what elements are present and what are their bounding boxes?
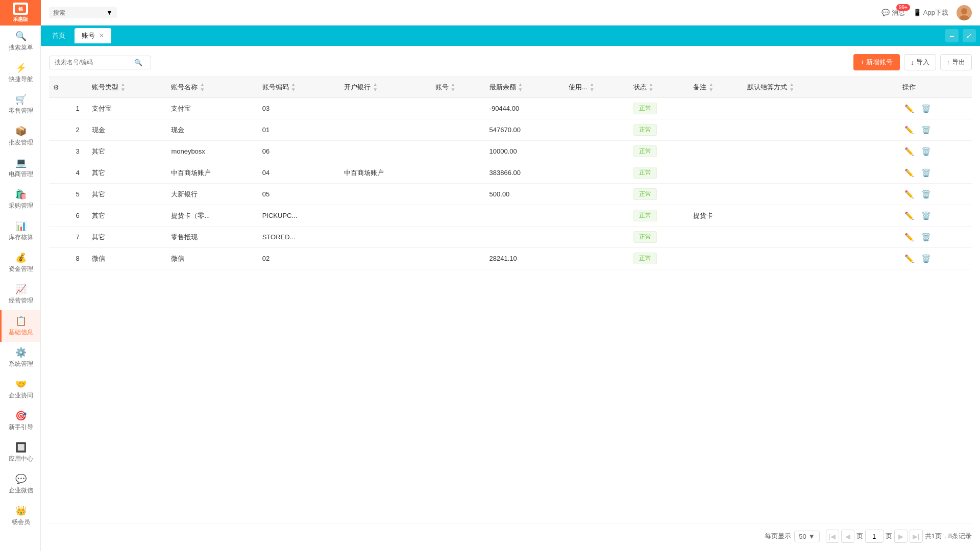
sidebar-item-wholesale[interactable]: 📦 批发管理 — [0, 120, 40, 152]
row-remark — [689, 119, 743, 141]
logo-icon: 畅 — [13, 3, 28, 15]
sidebar-item-search[interactable]: 🔍 搜索菜单 — [0, 26, 40, 57]
retail-icon: 🛒 — [15, 94, 27, 105]
sidebar-item-purchase[interactable]: 🛍️ 采购管理 — [0, 184, 40, 215]
page-number-input[interactable] — [865, 530, 884, 543]
tab-home[interactable]: 首页 — [45, 28, 72, 43]
col-balance[interactable]: 最新余额 ▲▼ — [485, 77, 565, 98]
row-remark: 提货卡 — [689, 205, 743, 227]
status-badge: 正常 — [633, 145, 657, 157]
col-status-label: 状态 — [633, 83, 647, 92]
delete-button[interactable]: 🗑️ — [919, 253, 933, 264]
delete-button[interactable]: 🗑️ — [919, 124, 933, 136]
edit-button[interactable]: ✏️ — [902, 189, 916, 200]
page-size-select-box[interactable]: 50 ▼ — [794, 531, 819, 542]
row-bank — [340, 227, 431, 248]
col-settings[interactable]: ⚙ — [49, 77, 67, 98]
delete-button[interactable]: 🗑️ — [919, 103, 933, 114]
table-search-input[interactable] — [55, 59, 131, 66]
download-button[interactable]: 📱 App下载 — [913, 8, 948, 17]
col-bank[interactable]: 开户银行 ▲▼ — [340, 77, 431, 98]
prev-page-button[interactable]: ◀ — [841, 530, 854, 543]
sidebar-item-guide[interactable]: 🎯 新手引导 — [0, 405, 40, 437]
sidebar-item-label: 搜索菜单 — [9, 43, 33, 52]
sidebar-item-ecommerce[interactable]: 💻 电商管理 — [0, 152, 40, 184]
edit-button[interactable]: ✏️ — [902, 210, 916, 221]
col-action: 操作 — [898, 77, 972, 98]
export-button[interactable]: ↑ 导出 — [940, 54, 972, 70]
edit-button[interactable]: ✏️ — [902, 232, 916, 243]
sidebar-item-finance[interactable]: 💰 资金管理 — [0, 247, 40, 279]
tab-close-icon[interactable]: ✕ — [99, 32, 104, 39]
page-label: 页 — [856, 532, 863, 541]
tab-minimize-button[interactable]: – — [945, 29, 959, 42]
delete-button[interactable]: 🗑️ — [919, 167, 933, 179]
col-default-settle[interactable]: 默认结算方式 ▲▼ — [743, 77, 898, 98]
row-num: 7 — [67, 227, 88, 248]
add-account-button[interactable]: + 新增账号 — [853, 54, 900, 70]
table-row: 3 其它 moneybosx 06 10000.00 正常 ✏️ 🗑️ — [49, 141, 972, 162]
row-account-code: 03 — [258, 98, 340, 119]
sidebar-item-wechat[interactable]: 💬 企业微信 — [0, 468, 40, 500]
edit-button[interactable]: ✏️ — [902, 167, 916, 179]
row-account-code: 05 — [258, 184, 340, 205]
col-status[interactable]: 状态 ▲▼ — [629, 77, 690, 98]
col-remark[interactable]: 备注 ▲▼ — [689, 77, 743, 98]
delete-button[interactable]: 🗑️ — [919, 232, 933, 243]
col-account-no[interactable]: 账号 ▲▼ — [431, 77, 485, 98]
delete-button[interactable]: 🗑️ — [919, 146, 933, 157]
sort-icon-balance: ▲▼ — [518, 82, 523, 92]
col-account-type[interactable]: 账号类型 ▲▼ — [88, 77, 167, 98]
row-remark — [689, 141, 743, 162]
col-account-name[interactable]: 账号名称 ▲▼ — [167, 77, 258, 98]
tab-account[interactable]: 账号 ✕ — [75, 28, 111, 43]
sidebar-item-cooperation[interactable]: 🤝 企业协同 — [0, 373, 40, 405]
sidebar-item-label: 零售管理 — [9, 107, 33, 115]
row-num: 4 — [67, 162, 88, 184]
sidebar-item-basicinfo[interactable]: 📋 基础信息 — [0, 310, 40, 342]
edit-button[interactable]: ✏️ — [902, 253, 916, 264]
topbar-search-input[interactable] — [53, 9, 104, 16]
first-page-button[interactable]: |◀ — [826, 530, 839, 543]
last-page-button[interactable]: ▶| — [910, 530, 923, 543]
delete-button[interactable]: 🗑️ — [919, 210, 933, 221]
topbar-search-box[interactable]: ▼ — [49, 7, 117, 18]
import-label: 导入 — [916, 58, 929, 67]
row-account-type: 其它 — [88, 162, 167, 184]
sidebar-item-member[interactable]: 👑 畅会员 — [0, 500, 40, 532]
col-balance-label: 最新余额 — [489, 83, 516, 92]
delete-button[interactable]: 🗑️ — [919, 189, 933, 200]
row-remark — [689, 227, 743, 248]
col-account-code[interactable]: 账号编码 ▲▼ — [258, 77, 340, 98]
row-gear — [49, 205, 67, 227]
member-icon: 👑 — [15, 505, 27, 516]
col-usage[interactable]: 使用... ▲▼ — [565, 77, 629, 98]
sidebar-item-business[interactable]: 📈 经营管理 — [0, 279, 40, 310]
sidebar-item-label: 新手引导 — [9, 423, 33, 432]
edit-button[interactable]: ✏️ — [902, 103, 916, 114]
message-button[interactable]: 💬 消息 99+ — [881, 8, 905, 17]
edit-button[interactable]: ✏️ — [902, 146, 916, 157]
table-row: 1 支付宝 支付宝 03 -90444.00 正常 ✏️ 🗑️ — [49, 98, 972, 119]
row-default-settle — [743, 98, 898, 119]
sidebar-item-label: 批发管理 — [9, 138, 33, 147]
tab-maximize-button[interactable]: ⤢ — [963, 29, 976, 42]
sidebar-item-retail[interactable]: 🛒 零售管理 — [0, 89, 40, 120]
row-num: 8 — [67, 248, 88, 269]
basicinfo-icon: 📋 — [15, 315, 27, 327]
user-avatar[interactable] — [957, 5, 972, 20]
import-button[interactable]: ↓ 导入 — [904, 54, 936, 70]
quicknav-icon: ⚡ — [15, 62, 27, 73]
sidebar-item-inventory[interactable]: 📊 库存核算 — [0, 215, 40, 247]
sidebar-item-quicknav[interactable]: ⚡ 快捷导航 — [0, 57, 40, 89]
sidebar-item-system[interactable]: ⚙️ 系统管理 — [0, 342, 40, 373]
total-info: 共1页，8条记录 — [925, 532, 972, 541]
table-search-box[interactable]: 🔍 — [49, 56, 151, 69]
row-bank — [340, 119, 431, 141]
row-account-type: 其它 — [88, 141, 167, 162]
row-gear — [49, 141, 67, 162]
next-page-button[interactable]: ▶ — [894, 530, 908, 543]
sidebar-item-appcenter[interactable]: 🔲 应用中心 — [0, 437, 40, 468]
row-account-name: moneybosx — [167, 141, 258, 162]
edit-button[interactable]: ✏️ — [902, 124, 916, 136]
